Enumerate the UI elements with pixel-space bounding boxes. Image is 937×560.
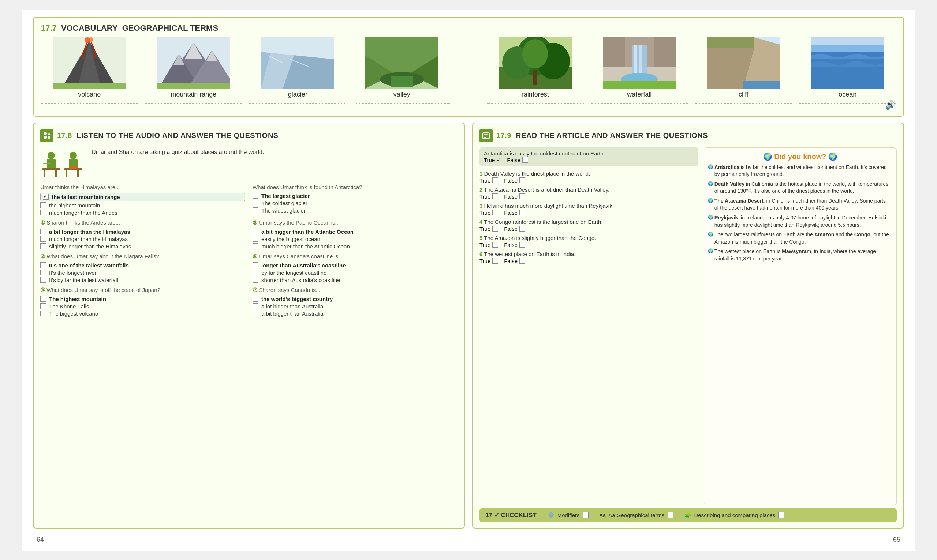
vocab-label-valley: valley — [393, 91, 410, 98]
q7-checkbox0[interactable] — [253, 296, 258, 302]
svg-point-4 — [89, 37, 93, 42]
q6-opt2[interactable]: shorter than Australia's coastline — [253, 277, 458, 283]
vocab-label-mountain: mountain range — [171, 91, 216, 98]
vocab-label-volcano: volcano — [78, 91, 101, 98]
q1-checkbox0[interactable] — [40, 229, 46, 234]
q0-opt1[interactable]: the highest mountain — [40, 202, 245, 209]
tf-q5: 6 The wettest place on Earth is in India… — [479, 251, 698, 264]
vocab-images: volcano mountain — [41, 37, 896, 103]
tf-q3-false[interactable]: False — [504, 226, 525, 232]
q2-opt1[interactable]: It's the longest river — [40, 269, 245, 276]
q2-checkbox2[interactable] — [40, 277, 46, 283]
gear-icon: ⚙️ — [547, 512, 555, 518]
q1-prompt: ① Sharon thinks the Andes are... — [40, 220, 245, 226]
q3-opt2[interactable]: The biggest volcano — [40, 311, 245, 317]
q2-opt2[interactable]: It's by far the tallest waterfall — [40, 277, 245, 283]
tf-q5-false[interactable]: False — [504, 258, 525, 264]
tf-q1-true[interactable]: True — [479, 194, 498, 200]
q6-checkbox0[interactable] — [253, 262, 258, 268]
vocab-dots-ocean — [799, 101, 896, 103]
q4-checkbox1[interactable] — [253, 200, 258, 206]
q6-opt0[interactable]: longer than Australia's coastline — [253, 262, 458, 268]
svg-rect-46 — [743, 81, 780, 89]
q6-checkbox1[interactable] — [253, 269, 258, 275]
vocab-item-valley: valley — [354, 37, 450, 103]
q4-opt0[interactable]: The largest glacier — [253, 193, 458, 199]
q3-checkbox2[interactable] — [40, 311, 46, 316]
q2-opt0[interactable]: It's one of the tallest waterfalls — [40, 262, 245, 268]
tf-q1-false[interactable]: False — [504, 194, 525, 200]
section-17-9: 17.9 READ THE ARTICLE AND ANSWER THE QUE… — [472, 123, 904, 529]
tf-q0-true[interactable]: True — [479, 177, 498, 184]
svg-rect-49 — [811, 37, 884, 45]
tf-intro-question: Antarctica is easily the coldest contine… — [484, 150, 694, 157]
q1-opt2[interactable]: slightly longer than the Himalayas — [40, 243, 245, 249]
q5-opt1[interactable]: easily the biggest ocean — [253, 236, 458, 242]
q7-opt0[interactable]: the world's biggest country — [253, 296, 458, 302]
checklist-describing-check[interactable] — [778, 512, 784, 518]
tf-intro-false-check[interactable] — [522, 157, 528, 163]
tf-questions-container: 1 Death Valley is the driest place in th… — [479, 171, 698, 267]
audio-icon[interactable]: 🔊 — [885, 100, 896, 110]
q1-checkbox2[interactable] — [40, 243, 46, 249]
q4-opt1[interactable]: The coldest glacier — [253, 200, 458, 206]
q5-opt0[interactable]: a bit bigger than the Atlantic Ocean — [253, 229, 458, 235]
checklist-geo-check[interactable] — [667, 512, 673, 518]
read-icon — [479, 129, 493, 142]
tf-q0: 1 Death Valley is the driest place in th… — [479, 171, 698, 184]
dyk-item-5: The wettest place on Earth is Mawsynram,… — [709, 248, 891, 262]
q4-checkbox0[interactable] — [253, 193, 258, 198]
q1-opt1[interactable]: much longer than the Himalayas — [40, 236, 245, 242]
listen-intro: Umar and Sharon are taking a quiz about … — [40, 148, 458, 177]
q4-opt2[interactable]: The widest glacier — [253, 208, 458, 214]
dyk-item-1: Death Valley in California is the hottes… — [709, 181, 891, 195]
q2-checkbox0[interactable] — [40, 262, 46, 268]
q3-checkbox1[interactable] — [40, 303, 46, 309]
tf-intro-false[interactable]: False — [507, 157, 528, 163]
svg-rect-60 — [55, 170, 57, 177]
q6-checkbox2[interactable] — [253, 277, 258, 283]
tf-q5-true[interactable]: True — [479, 258, 498, 264]
tf-q4-true[interactable]: True — [479, 242, 498, 248]
q7-opt2[interactable]: a bit bigger than Australia — [253, 311, 458, 317]
q3-checkbox0[interactable] — [40, 296, 46, 302]
checklist-modifiers-check[interactable] — [583, 512, 589, 518]
q7-checkbox2[interactable] — [253, 311, 258, 316]
q0-checkbox2[interactable] — [40, 209, 46, 215]
q5-checkbox1[interactable] — [253, 236, 258, 242]
tf-q0-false[interactable]: False — [504, 177, 525, 184]
tf-q4-false[interactable]: False — [504, 242, 525, 248]
q2-checkbox1[interactable] — [40, 269, 46, 275]
q4-block: What does Umar think is found in Antarct… — [253, 184, 458, 216]
page-right: 65 — [893, 536, 900, 543]
q3-opt0[interactable]: The highest mountain — [40, 296, 245, 302]
q0-checkbox0[interactable] — [43, 194, 49, 200]
q5-checkbox2[interactable] — [253, 243, 258, 249]
q0-checkbox1[interactable] — [40, 202, 46, 208]
vocab-dots-waterfall — [591, 101, 688, 103]
svg-rect-51 — [44, 136, 47, 138]
svg-rect-39 — [640, 45, 642, 77]
tf-intro-true[interactable]: True ✓ — [484, 157, 501, 163]
q1-checkbox1[interactable] — [40, 236, 46, 242]
tf-q3-true[interactable]: True — [479, 226, 498, 232]
tf-q2-true[interactable]: True — [479, 209, 498, 216]
tf-q2-false[interactable]: False — [504, 209, 525, 216]
svg-rect-38 — [634, 45, 637, 77]
read-questions: Antarctica is easily the coldest contine… — [479, 148, 698, 506]
q7-checkbox1[interactable] — [253, 303, 258, 309]
vocab-item-waterfall: waterfall — [591, 37, 688, 103]
q5-opt2[interactable]: much bigger than the Atlantic Ocean — [253, 243, 458, 249]
vocab-dots-glacier — [249, 101, 346, 103]
q0-opt2[interactable]: much longer than the Andes — [40, 209, 245, 216]
q6-opt1[interactable]: by far the longest coastline — [253, 269, 458, 276]
q6-prompt: ⑥ Umar says Canada's coastline is... — [253, 253, 458, 260]
q4-checkbox2[interactable] — [253, 208, 258, 213]
q3-opt1[interactable]: The Khone Falls — [40, 303, 245, 309]
tf-q2: 3 Helsinki has much more daylight time t… — [479, 203, 698, 216]
q0-opt0[interactable]: the tallest mountain range — [40, 193, 245, 201]
q7-opt1[interactable]: a lot bigger than Australia — [253, 303, 458, 309]
q5-checkbox0[interactable] — [253, 229, 258, 234]
q2-prompt: ② What does Umar say about the Niagara F… — [40, 253, 245, 260]
q1-opt0[interactable]: a bit longer than the Himalayas — [40, 229, 245, 235]
